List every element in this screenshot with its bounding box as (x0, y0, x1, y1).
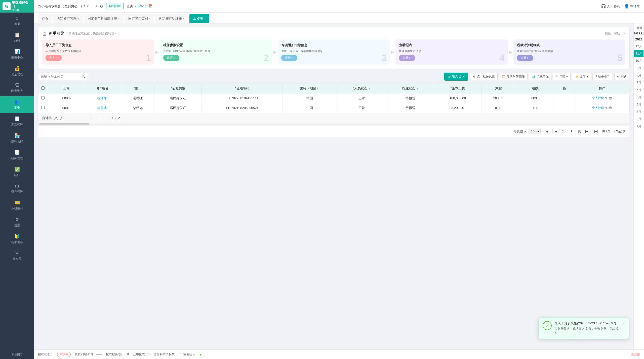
tab-fixed-assets-mgmt[interactable]: 固定资产管理× (53, 14, 83, 23)
tab-close-fixed-assets-category[interactable]: × (149, 17, 150, 20)
refresh-btn[interactable]: ↺ 刷新 (614, 73, 629, 80)
sidebar-item-home[interactable]: ⌂ 首页 (0, 13, 34, 29)
guide-help-link[interactable]: 帮助 (614, 31, 620, 36)
sidebar-item-settle[interactable]: ✅ 结账 (0, 164, 34, 180)
tab-close-fixed-assets-mgmt[interactable]: × (77, 17, 79, 20)
row-checkbox-0[interactable] (38, 93, 48, 103)
calendar-month-3月[interactable]: 3月 (634, 108, 643, 116)
calendar-month-12月[interactable]: 12月 (634, 43, 643, 50)
page-input[interactable] (567, 129, 576, 134)
tax-report-btn[interactable]: 📊 个税申报 (529, 73, 551, 80)
row-name-0[interactable]: 徐泽华 (84, 93, 121, 103)
export-btn[interactable]: ⬇ 导出 ▾ (553, 73, 571, 80)
sidebar-item-tax[interactable]: 📑 税务管理 (0, 147, 34, 164)
guide-btn[interactable]: ? 新手引导 (592, 73, 613, 80)
step-btn-step3[interactable]: 查看＞ (281, 55, 297, 61)
tab-fixed-assets-detail[interactable]: 固定资产明细账× (155, 14, 188, 23)
calendar-month-4月[interactable]: 4月 (634, 101, 643, 108)
row-delete-icon-0[interactable]: 🗑 (609, 96, 612, 100)
row-social-btn-1[interactable]: 个人社保 (592, 106, 604, 110)
special-deduction-btn[interactable]: 📋 专项附加扣除 (499, 73, 528, 80)
calendar-month-6月[interactable]: 6月 (634, 86, 643, 94)
first-page-btn[interactable]: |◀ (543, 129, 550, 134)
search-box[interactable]: 🔍 (38, 73, 88, 80)
account-selector[interactable]: 刘小艳演示账套（勿删勿动！）1 ▾ (38, 4, 89, 9)
row-name-1[interactable]: 李俊杰 (84, 103, 121, 113)
step-btn-step2[interactable]: 设置＞ (163, 55, 179, 61)
row-actions-1[interactable]: 个人社保 ✎ 🗑 (575, 103, 629, 113)
step-btn-step1[interactable]: 导入＞ (46, 55, 62, 61)
th-checkbox[interactable] (38, 84, 48, 93)
sidebar-item-archive[interactable]: 🗂 归档管理 (0, 180, 34, 197)
guide-video-link[interactable]: 视频 (605, 31, 611, 36)
sidebar-item-reports[interactable]: 📊 报表中心 (0, 46, 34, 63)
user-profile[interactable]: 👤 徐泽华 (624, 4, 640, 9)
calendar-icon[interactable]: 📅 (148, 4, 152, 8)
period-selector[interactable]: 账期 2023-11 📅 (127, 4, 152, 9)
scrollbar-thumb[interactable] (39, 123, 89, 125)
select-all-checkbox[interactable] (41, 86, 45, 90)
sidebar-item-payroll[interactable]: 👥 工资 (0, 96, 34, 113)
row-allowance-0: 200.00 (481, 93, 515, 103)
sidebar-item-fixed-assets[interactable]: 🏗 固定资产 (0, 80, 34, 96)
calendar-month-8月[interactable]: 8月 (634, 72, 643, 79)
search-icon[interactable]: 🔍 (82, 75, 86, 78)
th-id_type: *证照类型 (154, 84, 202, 93)
tab-fixed-assets-depreciation[interactable]: 固定资产折旧统计表× (84, 14, 123, 23)
toast-close-btn[interactable]: × (623, 321, 625, 325)
calendar-month-10月[interactable]: 10月 (634, 57, 643, 65)
tab-home[interactable]: 首页 (38, 14, 52, 23)
sidebar-item-pos[interactable]: 🏪 进销台账 (0, 130, 34, 147)
row-edit-icon-1[interactable]: ✎ (605, 106, 608, 110)
tab-close-payroll[interactable]: × (204, 17, 206, 20)
last-page-btn[interactable]: ▶| (592, 129, 600, 134)
filter-icon[interactable]: ▼ (416, 87, 419, 90)
calendar-year-2023[interactable]: 2023 (634, 36, 643, 43)
calendar-month-11月[interactable]: 11月 (634, 50, 643, 57)
row-actions-0[interactable]: 个人社保 ✎ 🗑 (575, 93, 629, 103)
tab-fixed-assets-category[interactable]: 固定资产类别× (125, 14, 154, 23)
filter-icon[interactable]: ▼ (368, 87, 371, 90)
recharge-link[interactable]: 去充值 (631, 352, 640, 356)
remaining-auth-label: 当前剩余授权数：0 (153, 352, 179, 356)
sidebar-item-expense[interactable]: 💳 小畅报销 (0, 197, 34, 214)
horizontal-scrollbar[interactable] (38, 123, 629, 126)
row-delete-icon-1[interactable]: 🗑 (609, 106, 612, 110)
settings-icon[interactable]: ⚙ (100, 4, 103, 9)
calendar-month-7月[interactable]: 7月 (634, 79, 643, 86)
calendar-month-9月[interactable]: 9月 (634, 65, 643, 72)
sidebar-item-settings[interactable]: ⚙ 设置 (0, 214, 34, 231)
nav-label-guide: 新手引导 (11, 240, 23, 244)
step-btn-step5[interactable]: 查看＞ (517, 55, 533, 61)
per-page-select[interactable]: 10 20 50 (529, 129, 541, 134)
operations-btn[interactable]: ⚡ 操作 ▾ (572, 73, 591, 80)
support-btn[interactable]: 🎧 人工咨询 (601, 4, 620, 9)
prev-page-btn[interactable]: ◀ (552, 129, 559, 134)
sidebar-item-ledger[interactable]: 📋 总账 (0, 29, 34, 46)
calendar-expand-btn[interactable]: ◀◀ (636, 25, 642, 30)
sidebar-item-finance[interactable]: 💰 资金管理 (0, 63, 34, 80)
next-page-btn[interactable]: ▶ (583, 129, 590, 134)
switch-version-button[interactable]: 切到旧版 (106, 3, 124, 9)
cancel-fixed-btn[interactable]: 取消固定 (0, 350, 34, 359)
add-account-icon[interactable]: + (95, 4, 97, 9)
search-input[interactable] (41, 75, 80, 78)
step-btn-step4[interactable]: 查看＞ (399, 55, 415, 61)
row-social-btn-0[interactable]: 个人社保 (592, 96, 604, 100)
tab-close-fixed-assets-detail[interactable]: × (183, 17, 184, 20)
calendar-month-2月[interactable]: 2月 (634, 116, 643, 123)
row-edit-icon-0[interactable]: ✎ (605, 96, 608, 100)
sidebar-item-member[interactable]: V 畅会员 (0, 247, 34, 264)
sidebar-item-guide[interactable]: 🔰 新手引导 (0, 231, 34, 247)
row-checkbox-1[interactable] (38, 103, 48, 113)
calendar-month-1月[interactable]: 1月 (634, 123, 643, 130)
row-nationality-1: 中国 (283, 103, 337, 113)
add-person-button[interactable]: 添加人员 ▾ (444, 73, 468, 81)
guide-close-btn[interactable]: × (623, 31, 625, 36)
tab-close-fixed-assets-depreciation[interactable]: × (118, 17, 119, 20)
calendar-month-5月[interactable]: 5月 (634, 94, 643, 101)
social-insurance-btn[interactable]: ⚙ 统一社保设置 (470, 73, 498, 80)
top-bar: 刘小艳演示账套（勿删勿动！）1 ▾ + ⚙ 切到旧版 账期 2023-11 📅 … (34, 0, 644, 13)
sidebar-item-invoicing[interactable]: 🧾 发票管理 (0, 113, 34, 130)
tab-payroll[interactable]: 工资表× (189, 14, 209, 23)
